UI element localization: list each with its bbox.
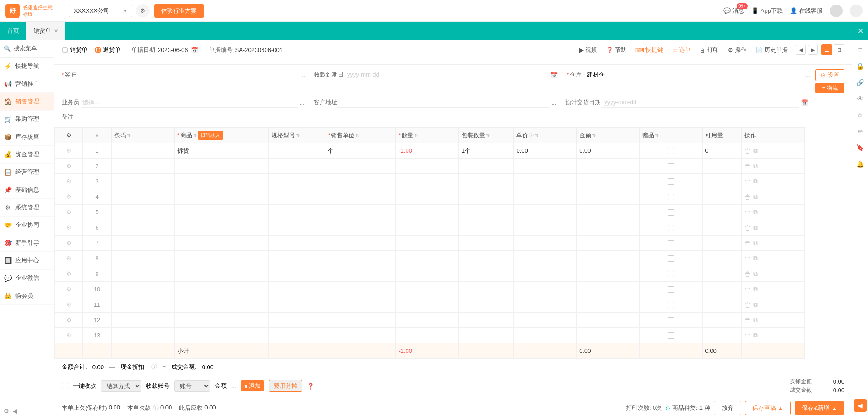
sidebar-item-quick-nav[interactable]: ⚡ 快捷导航 bbox=[0, 58, 54, 75]
r2-g[interactable]: ⚙ bbox=[55, 159, 83, 174]
tab-panel-close[interactable]: ✕ bbox=[858, 27, 863, 35]
sidebar-item-apps[interactable]: 🔲 应用中心 bbox=[0, 252, 54, 270]
copy-8[interactable]: ⧉ bbox=[753, 255, 758, 262]
payment-account-select[interactable]: 账号 bbox=[174, 380, 210, 392]
calendar-icon[interactable]: 📅 bbox=[191, 47, 198, 53]
add-payment-button[interactable]: ● 添加 bbox=[241, 380, 264, 391]
rp-eye-icon[interactable]: 👁 bbox=[854, 92, 867, 105]
th-gear[interactable]: ⚙ bbox=[55, 128, 83, 143]
r2-unit[interactable] bbox=[325, 159, 396, 174]
row-barcode-1[interactable] bbox=[111, 143, 174, 159]
sidebar-item-marketing[interactable]: 📢 营销推广 bbox=[0, 75, 54, 93]
discard-button[interactable]: 放弃 bbox=[714, 401, 741, 415]
customer-input[interactable] bbox=[83, 69, 298, 80]
copy-13[interactable]: ⧉ bbox=[753, 332, 758, 339]
sidebar-item-wechat[interactable]: 💬 企业微信 bbox=[0, 270, 54, 287]
r10-g[interactable]: ⚙ bbox=[55, 282, 83, 297]
copy-6[interactable]: ⧉ bbox=[753, 224, 758, 231]
row-goods-1[interactable]: 拆货 bbox=[174, 143, 268, 159]
r12-g[interactable]: ⚙ bbox=[55, 313, 83, 328]
copy-11[interactable]: ⧉ bbox=[753, 301, 758, 308]
copy-2[interactable]: ⧉ bbox=[753, 162, 758, 170]
salesperson-dots[interactable]: ... bbox=[300, 99, 305, 106]
del-13[interactable]: 🗑 bbox=[744, 332, 751, 339]
history-btn[interactable]: 📄 历史单据 bbox=[753, 44, 790, 55]
sidebar-item-finance[interactable]: 💰 资金管理 bbox=[0, 146, 54, 164]
row-qty-1[interactable]: -1.00 bbox=[396, 143, 459, 159]
grid-view-btn[interactable]: ⊞ bbox=[834, 44, 844, 55]
warehouse-input[interactable]: 建材仓 bbox=[583, 69, 803, 80]
logistics-button[interactable]: + 物流 bbox=[815, 83, 844, 93]
sidebar-collapse-icon[interactable]: ◀ bbox=[13, 408, 17, 414]
rp-notify-icon[interactable]: 🔔 bbox=[854, 158, 867, 170]
trial-button[interactable]: 体验行业方案 bbox=[154, 4, 204, 18]
print-btn[interactable]: 🖨 打印 bbox=[697, 44, 722, 55]
r8-g[interactable]: ⚙ bbox=[55, 251, 83, 266]
del-11[interactable]: 🗑 bbox=[744, 301, 751, 308]
row-gear-1[interactable]: ⚙ bbox=[55, 143, 83, 159]
shortcut-btn[interactable]: ⌨ 快捷键 bbox=[633, 44, 666, 55]
r2-pkg[interactable] bbox=[459, 159, 514, 174]
r6-g[interactable]: ⚙ bbox=[55, 220, 83, 236]
radio-return-order[interactable]: 退货单 bbox=[95, 46, 121, 54]
row-gift-1[interactable] bbox=[639, 143, 702, 159]
due-date-input[interactable]: yyyy-mm-dd bbox=[344, 69, 548, 80]
r9-g[interactable]: ⚙ bbox=[55, 266, 83, 282]
copy-3[interactable]: ⧉ bbox=[753, 178, 758, 185]
sidebar-item-collab[interactable]: 🤝 企业协同 bbox=[0, 217, 54, 234]
due-date-cal-icon[interactable]: 📅 bbox=[550, 72, 558, 78]
r2-qty[interactable] bbox=[396, 159, 459, 174]
delete-icon-1[interactable]: 🗑 bbox=[744, 147, 751, 154]
customer-address-input[interactable] bbox=[337, 97, 550, 108]
del-9[interactable]: 🗑 bbox=[744, 270, 751, 278]
scan-button[interactable]: 扫码录入 bbox=[198, 131, 223, 140]
list-view-btn[interactable]: ☰ bbox=[821, 44, 832, 55]
salesperson-input[interactable]: 选择... bbox=[81, 97, 298, 108]
sidebar-item-system[interactable]: ⚙ 系统管理 bbox=[0, 199, 54, 217]
del-6[interactable]: 🗑 bbox=[744, 224, 751, 231]
r7-g[interactable]: ⚙ bbox=[55, 236, 83, 251]
copy-5[interactable]: ⧉ bbox=[753, 208, 758, 216]
r2-amount[interactable] bbox=[577, 159, 640, 174]
rp-list-icon[interactable]: ≡ bbox=[854, 43, 867, 56]
online-support-button[interactable]: 👤 在线客服 bbox=[790, 7, 823, 15]
del-7[interactable]: 🗑 bbox=[744, 240, 751, 247]
copy-9[interactable]: ⧉ bbox=[753, 270, 758, 278]
sidebar-item-member[interactable]: 👑 畅会员 bbox=[0, 287, 54, 305]
row-amount-1[interactable]: 0.00 bbox=[577, 143, 640, 159]
del-12[interactable]: 🗑 bbox=[744, 317, 751, 324]
save-draft-button[interactable]: 保存草稿 ▲ bbox=[745, 401, 791, 415]
settings-icon[interactable]: ⚙ bbox=[136, 4, 150, 18]
r2-goods[interactable] bbox=[174, 159, 268, 174]
sidebar-item-sales[interactable]: 🏠 销售管理 bbox=[0, 93, 54, 111]
date-value[interactable]: 2023-06-06 bbox=[158, 47, 188, 53]
sidebar-search[interactable]: 🔍 搜索菜单 bbox=[0, 40, 54, 58]
fee-help-icon[interactable]: ❓ bbox=[307, 383, 314, 390]
rp-edit-icon[interactable]: ✏ bbox=[854, 125, 867, 138]
r2-gift[interactable] bbox=[639, 159, 702, 174]
radio-sales-order[interactable]: 销货单 bbox=[62, 46, 87, 54]
sidebar-item-purchase[interactable]: 🛒 采购管理 bbox=[0, 111, 54, 128]
rp-bookmark-icon[interactable]: 🔖 bbox=[854, 141, 867, 154]
one-click-checkbox[interactable] bbox=[62, 383, 68, 389]
rp-link-icon[interactable]: 🔗 bbox=[854, 76, 867, 89]
copy-icon-1[interactable]: ⧉ bbox=[753, 147, 758, 154]
help-btn[interactable]: ❓ 帮助 bbox=[603, 44, 629, 55]
copy-10[interactable]: ⧉ bbox=[753, 285, 758, 293]
next-arrow[interactable]: ▶ bbox=[808, 45, 818, 55]
row-price-1[interactable]: 0.00 bbox=[514, 143, 577, 159]
r2-price[interactable] bbox=[514, 159, 577, 174]
company-selector[interactable]: XXXXXX公司 ▼ bbox=[69, 5, 132, 17]
tab-close-icon[interactable]: ✕ bbox=[54, 28, 58, 34]
settings-button[interactable]: ⚙ 设置 bbox=[815, 69, 844, 81]
r2-b[interactable] bbox=[111, 159, 174, 174]
row-spec-1[interactable] bbox=[268, 143, 325, 159]
del-5[interactable]: 🗑 bbox=[744, 209, 751, 216]
dots-icon[interactable]: ... bbox=[231, 383, 236, 390]
rp-lock-icon[interactable]: 🔒 bbox=[854, 60, 867, 72]
del-2[interactable]: 🗑 bbox=[744, 163, 751, 170]
customer-dots[interactable]: ... bbox=[300, 72, 305, 78]
del-10[interactable]: 🗑 bbox=[744, 286, 751, 293]
rp-orange-icon[interactable]: ◀ bbox=[854, 399, 867, 412]
copy-4[interactable]: ⧉ bbox=[753, 193, 758, 201]
